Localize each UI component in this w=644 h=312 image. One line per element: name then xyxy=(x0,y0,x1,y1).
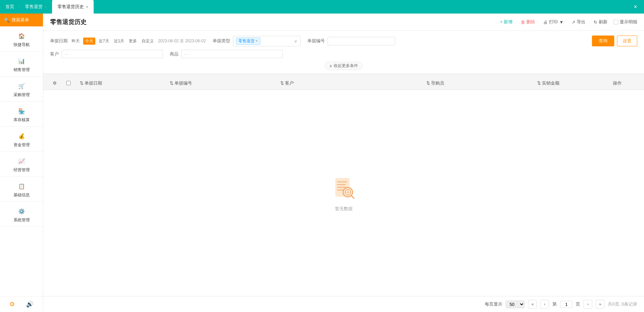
refresh-button[interactable]: ↻ 刷新 xyxy=(592,18,610,26)
page-input[interactable] xyxy=(560,301,572,308)
system-icon: ⚙️ xyxy=(17,206,26,216)
operations-icon: 📈 xyxy=(17,156,26,166)
filter-area: 单据日期 昨天 今天 近7天 近1月 更多 自定义 2023-06-02 至 2… xyxy=(43,31,644,74)
shortcut-yesterday[interactable]: 昨天 xyxy=(70,38,81,45)
sidebar-item-inventory-label: 库存核算 xyxy=(14,117,30,123)
col-ops: 操作 xyxy=(610,80,637,86)
sidebar-item-inventory[interactable]: 🏪 库存核算 xyxy=(0,102,43,127)
table-body: 暂无数据 xyxy=(43,90,644,296)
sidebar-search-label: 搜索菜单 xyxy=(11,17,29,23)
bill-type-arrow: ∨ xyxy=(294,39,297,44)
col-no[interactable]: ⇅ 单据编号 xyxy=(167,80,278,86)
collapse-label: 收起更多条件 xyxy=(334,63,358,69)
search-icon: 🔍 xyxy=(4,18,9,23)
sidebar-item-basic-info-label: 基础信息 xyxy=(14,192,30,198)
col-amount[interactable]: ⇅ 实销金额 xyxy=(534,80,610,86)
sidebar-item-system[interactable]: ⚙️ 系统管理 xyxy=(0,202,43,227)
customer-input[interactable]: ··· xyxy=(62,50,163,58)
col-date[interactable]: ⇅ 单据日期 xyxy=(77,80,167,86)
quick-nav-icon: 🏠 xyxy=(17,31,26,41)
bill-type-select[interactable]: 零售退货 × ∨ xyxy=(233,36,301,46)
bill-type-tag-text: 零售退货 xyxy=(238,38,255,44)
col-check[interactable] xyxy=(64,81,77,85)
first-page-button[interactable]: « xyxy=(528,300,537,309)
sidebar-item-quick-nav[interactable]: 🏠 快捷导航 xyxy=(0,26,43,51)
print-button[interactable]: 🖨 打印 ▼ xyxy=(541,18,566,26)
col-amount-label: 实销金额 xyxy=(542,80,559,86)
query-button[interactable]: 查询 xyxy=(592,36,614,46)
col-settings[interactable]: ⚙ xyxy=(50,81,64,86)
sidebar-item-purchase[interactable]: 🛒 采购管理 xyxy=(0,76,43,102)
select-all-checkbox[interactable] xyxy=(66,81,71,85)
bill-no-input[interactable] xyxy=(328,37,395,45)
sidebar-item-finance-label: 资金管理 xyxy=(14,142,30,148)
filter-settings-button[interactable]: 设置 xyxy=(617,36,637,46)
bill-type-tag-remove[interactable]: × xyxy=(256,39,258,43)
per-page-select[interactable]: 10 20 50 100 xyxy=(506,300,525,308)
page-title: 零售退货历史 xyxy=(50,18,87,26)
last-page-button[interactable]: » xyxy=(596,300,604,309)
sidebar-search[interactable]: 🔍 搜索菜单 xyxy=(0,14,43,26)
show-detail-checkbox[interactable] xyxy=(614,20,618,24)
refresh-icon: ↻ xyxy=(594,20,597,25)
product-filter-label: 商品 xyxy=(170,51,178,57)
tab-return-close[interactable]: × xyxy=(45,5,47,9)
print-arrow-icon: ▼ xyxy=(559,20,564,25)
empty-state: 暂无数据 xyxy=(330,175,357,212)
col-settings-icon: ⚙ xyxy=(53,81,57,86)
sidebar-item-purchase-label: 采购管理 xyxy=(14,92,30,98)
col-customer[interactable]: ⇅ 客户 xyxy=(278,80,424,86)
tab-return-history[interactable]: 零售退货历史 × xyxy=(52,0,93,14)
prev-page-button[interactable]: ‹ xyxy=(540,300,549,309)
delete-button-label: 删除 xyxy=(526,19,535,25)
tab-home-label: 首页 xyxy=(5,4,14,10)
col-no-label: 单据编号 xyxy=(174,80,192,86)
col-no-sort-icon: ⇅ xyxy=(170,81,173,86)
tab-return-history-close[interactable]: × xyxy=(86,5,88,9)
col-guide[interactable]: ⇅ 导购员 xyxy=(424,80,534,86)
product-input[interactable]: ··· xyxy=(181,50,283,58)
export-button-label: 导出 xyxy=(577,19,586,25)
top-bar-right: × xyxy=(631,3,644,10)
shortcut-last1m[interactable]: 近1月 xyxy=(113,38,126,45)
col-amount-sort-icon: ⇅ xyxy=(537,81,541,86)
bill-type-filter-group: 单据类型 零售退货 × ∨ xyxy=(213,36,301,46)
help-icon[interactable]: 🔊 xyxy=(26,300,33,308)
shortcut-custom[interactable]: 自定义 xyxy=(140,38,155,45)
col-guide-sort-icon: ⇅ xyxy=(426,81,430,86)
shortcut-last7[interactable]: 近7天 xyxy=(97,38,111,45)
sidebar-item-sales[interactable]: 📊 销售管理 xyxy=(0,51,43,76)
new-button[interactable]: + 新增 xyxy=(498,18,515,26)
collapse-button[interactable]: ∧ 收起更多条件 xyxy=(325,62,362,70)
tab-return[interactable]: 零售退货 × xyxy=(20,0,52,14)
tab-home[interactable]: 首页 xyxy=(0,0,20,14)
export-button[interactable]: ↗ 导出 xyxy=(570,18,588,26)
svg-rect-1 xyxy=(337,181,347,182)
shortcut-more[interactable]: 更多 xyxy=(127,38,138,45)
next-page-button[interactable]: › xyxy=(583,300,592,309)
refresh-button-label: 刷新 xyxy=(599,19,607,25)
shortcut-today[interactable]: 今天 xyxy=(83,38,95,45)
filter-row-2: 客户 ··· 商品 ··· xyxy=(50,50,637,58)
table-area: ⚙ ⇅ 单据日期 ⇅ 单据编号 ⇅ 客户 ⇅ xyxy=(43,76,644,312)
sidebar-item-finance[interactable]: 💰 资金管理 xyxy=(0,127,43,152)
page-label2: 页 xyxy=(576,301,580,307)
col-ops-label: 操作 xyxy=(613,80,622,86)
settings-icon[interactable]: ⚙ xyxy=(9,300,15,308)
svg-line-7 xyxy=(351,196,354,198)
pagination-bar: 每页显示 10 20 50 100 « ‹ 第 页 › » 共0页, 0条记录 xyxy=(43,296,644,312)
window-close-button[interactable]: × xyxy=(631,3,640,10)
per-page-label: 每页显示 xyxy=(485,301,502,307)
product-filter-group: 商品 ··· xyxy=(170,50,283,58)
filter-row-1: 单据日期 昨天 今天 近7天 近1月 更多 自定义 2023-06-02 至 2… xyxy=(50,36,637,46)
delete-button[interactable]: 🗑 删除 xyxy=(519,18,537,26)
sales-icon: 📊 xyxy=(17,56,26,66)
sidebar-item-basic-info[interactable]: 📋 基础信息 xyxy=(0,177,43,202)
bill-type-label: 单据类型 xyxy=(213,38,230,44)
customer-filter-label: 客户 xyxy=(50,51,59,57)
page-header: 零售退货历史 + 新增 🗑 删除 🖨 打印 ▼ ↗ 导出 xyxy=(43,14,644,31)
content-area: 零售退货历史 + 新增 🗑 删除 🖨 打印 ▼ ↗ 导出 xyxy=(43,14,644,312)
bill-no-label: 单据编号 xyxy=(307,38,325,44)
top-bar: 首页 零售退货 × 零售退货历史 × × xyxy=(0,0,644,14)
sidebar-item-operations[interactable]: 📈 经营管理 xyxy=(0,152,43,177)
